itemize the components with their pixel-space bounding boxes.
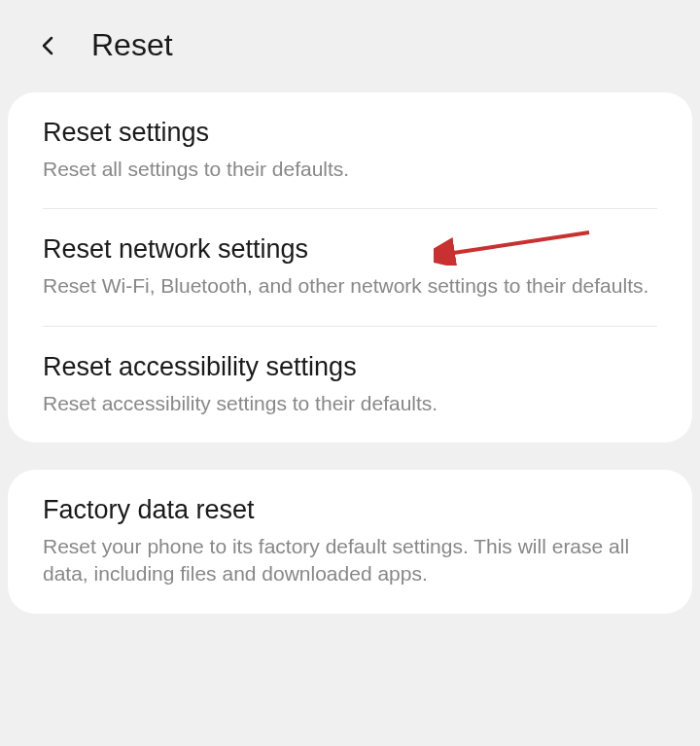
factory-reset-card: Factory data reset Reset your phone to i… xyxy=(8,470,692,614)
header: Reset xyxy=(0,0,700,92)
item-title: Reset settings xyxy=(43,118,657,148)
item-description: Reset accessibility settings to their de… xyxy=(43,390,657,417)
item-title: Reset network settings xyxy=(43,234,657,265)
item-title: Factory data reset xyxy=(43,495,657,525)
item-title: Reset accessibility settings xyxy=(43,352,657,382)
item-description: Reset all settings to their defaults. xyxy=(43,156,657,183)
item-description: Reset Wi-Fi, Bluetooth, and other networ… xyxy=(43,272,657,300)
back-icon[interactable] xyxy=(37,34,60,57)
reset-settings-item[interactable]: Reset settings Reset all settings to the… xyxy=(43,92,657,209)
reset-accessibility-settings-item[interactable]: Reset accessibility settings Reset acces… xyxy=(43,327,657,443)
item-description: Reset your phone to its factory default … xyxy=(43,533,657,588)
reset-options-card: Reset settings Reset all settings to the… xyxy=(8,92,692,443)
reset-network-settings-item[interactable]: Reset network settings Reset Wi-Fi, Blue… xyxy=(43,209,657,326)
factory-data-reset-item[interactable]: Factory data reset Reset your phone to i… xyxy=(43,470,657,614)
page-title: Reset xyxy=(91,27,173,63)
